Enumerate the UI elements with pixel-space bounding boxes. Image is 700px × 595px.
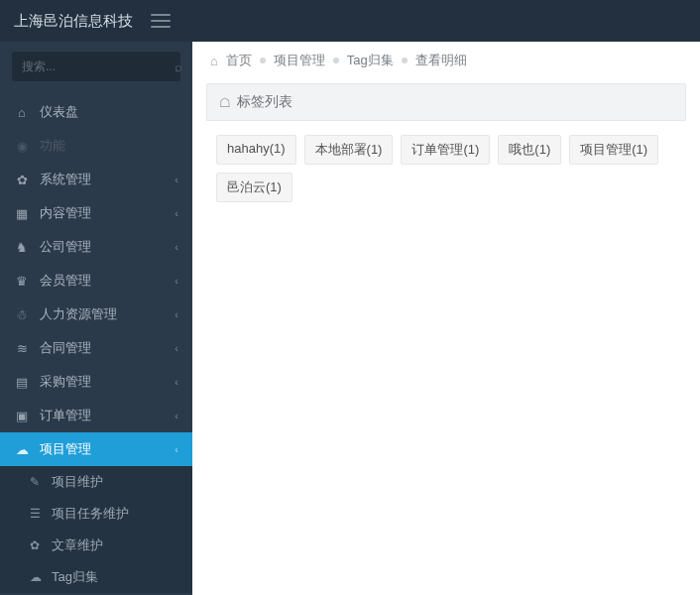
nav-label: 系统管理 [40,171,165,188]
nav-label: 仪表盘 [40,103,178,121]
sidebar-subnav: ✎项目维护☰项目任务维护✿文章维护☁Tag归集 [0,466,192,593]
tag-item-3[interactable]: 哦也(1) [498,135,561,165]
nav-icon: ◉ [14,139,30,154]
sidebar-item-3[interactable]: ▦内容管理‹ [0,196,192,230]
nav-label: 采购管理 [40,373,165,391]
nav-label: 项目管理 [40,440,165,458]
chevron-left-icon: ‹ [175,443,178,455]
sidebar-item-9[interactable]: ▣订单管理‹ [0,399,192,432]
chevron-left-icon: ‹ [175,410,178,421]
nav-label: 内容管理 [40,204,165,222]
sidebar-item-10[interactable]: ☁项目管理‹ [0,432,192,466]
nav-label: 公司管理 [40,238,165,256]
nav-label: 人力资源管理 [40,305,165,323]
chevron-left-icon: ‹ [175,376,178,388]
tag-item-5[interactable]: 邑泊云(1) [216,173,292,202]
breadcrumb: ⌂ 首页 项目管理 Tag归集 查看明细 [192,42,700,77]
sub-label: 项目维护 [52,473,103,491]
app-header: 上海邑泊信息科技 [0,0,700,42]
sub-label: Tag归集 [52,568,98,586]
nav-icon: ⌂ [14,105,30,120]
nav-icon: ☁ [14,442,30,457]
chevron-left-icon: ‹ [175,207,178,219]
nav-label: 会员管理 [40,272,165,290]
breadcrumb-sep [402,58,408,63]
nav-icon: ♛ [14,274,30,289]
tag-item-4[interactable]: 项目管理(1) [569,135,658,165]
nav-icon: ☃ [14,307,30,322]
nav-icon: ✿ [14,173,30,187]
tag-list: hahahy(1)本地部署(1)订单管理(1)哦也(1)项目管理(1)邑泊云(1… [216,135,676,202]
nav-icon: ▣ [14,409,30,423]
sidebar-subitem-0[interactable]: ✎项目维护 [0,466,192,498]
sub-label: 文章维护 [52,536,103,554]
panel-title: 标签列表 [237,93,292,111]
sub-icon: ☰ [30,507,44,521]
tag-item-0[interactable]: hahahy(1) [216,135,296,165]
main-content: ⌂ 首页 项目管理 Tag归集 查看明细 ☖ 标签列表 hahahy(1)本地部… [192,42,700,595]
breadcrumb-item-1[interactable]: Tag归集 [347,52,394,69]
chevron-left-icon: ‹ [175,342,178,354]
sub-icon: ✿ [30,538,44,552]
sidebar-item-0[interactable]: ⌂仪表盘 [0,95,192,129]
sidebar-item-2[interactable]: ✿系统管理‹ [0,163,192,196]
search-icon: ⌕ [175,60,182,74]
sidebar-item-1[interactable]: ◉功能 [0,129,192,163]
chevron-left-icon: ‹ [175,275,178,287]
sidebar-subitem-1[interactable]: ☰项目任务维护 [0,498,192,530]
sub-label: 项目任务维护 [52,505,129,523]
sub-icon: ✎ [30,475,44,489]
sidebar-subitem-2[interactable]: ✿文章维护 [0,530,192,561]
breadcrumb-item-2[interactable]: 查看明细 [415,52,467,69]
nav-icon: ♞ [14,240,30,255]
panel-header: ☖ 标签列表 [206,83,686,121]
tag-panel: ☖ 标签列表 hahahy(1)本地部署(1)订单管理(1)哦也(1)项目管理(… [206,83,686,216]
nav-label: 功能 [40,137,178,155]
sidebar-nav: ⌂仪表盘◉功能✿系统管理‹▦内容管理‹♞公司管理‹♛会员管理‹☃人力资源管理‹≋… [0,89,192,466]
nav-icon: ▦ [14,206,30,221]
breadcrumb-item-0[interactable]: 项目管理 [274,52,325,69]
tag-item-2[interactable]: 订单管理(1) [401,135,490,165]
sub-icon: ☁ [30,570,44,584]
chevron-left-icon: ‹ [175,174,178,185]
sidebar-item-5[interactable]: ♛会员管理‹ [0,264,192,298]
bookmark-icon: ☖ [219,95,231,110]
home-icon: ⌂ [210,54,218,68]
search-input[interactable] [22,60,171,73]
nav-icon: ▤ [14,375,30,390]
chevron-left-icon: ‹ [175,308,178,320]
sidebar-item-6[interactable]: ☃人力资源管理‹ [0,298,192,331]
app-title: 上海邑泊信息科技 [14,12,133,31]
sidebar: ⌕ ⌂仪表盘◉功能✿系统管理‹▦内容管理‹♞公司管理‹♛会员管理‹☃人力资源管理… [0,42,192,595]
nav-label: 订单管理 [40,407,165,424]
sidebar-search[interactable]: ⌕ [12,52,180,81]
tag-item-1[interactable]: 本地部署(1) [304,135,394,165]
sidebar-subitem-3[interactable]: ☁Tag归集 [0,561,192,593]
breadcrumb-home[interactable]: 首页 [226,52,252,69]
sidebar-item-4[interactable]: ♞公司管理‹ [0,230,192,264]
menu-toggle-icon[interactable] [151,14,171,28]
chevron-left-icon: ‹ [175,241,178,253]
sidebar-item-7[interactable]: ≋合同管理‹ [0,331,192,365]
breadcrumb-sep [333,58,339,63]
breadcrumb-sep [260,58,266,63]
nav-label: 合同管理 [40,339,165,357]
sidebar-item-8[interactable]: ▤采购管理‹ [0,365,192,399]
nav-icon: ≋ [14,341,30,356]
